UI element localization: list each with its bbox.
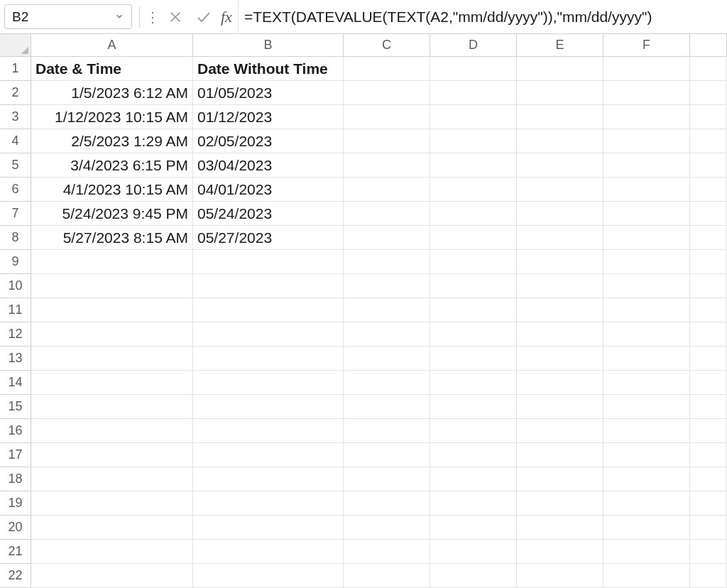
cell-B3[interactable]: 01/12/2023 [193,105,344,129]
cell-G4[interactable] [690,129,727,153]
cell-A21[interactable] [31,540,193,564]
cell-C4[interactable] [344,129,430,153]
cell-B18[interactable] [193,467,344,491]
cell-D12[interactable] [430,322,517,347]
cell-G2[interactable] [690,81,727,105]
column-header-F[interactable]: F [603,34,690,57]
cell-E12[interactable] [517,322,603,347]
fx-label[interactable]: fx [218,0,238,33]
cell-C18[interactable] [344,467,430,491]
cell-D3[interactable] [430,105,517,129]
cell-D21[interactable] [430,540,517,564]
cell-E10[interactable] [517,274,603,298]
select-all-corner[interactable] [0,34,31,57]
row-header[interactable]: 14 [0,371,31,395]
cell-D14[interactable] [430,371,517,395]
cell-C8[interactable] [344,226,430,250]
row-header[interactable]: 19 [0,491,31,516]
cell-E20[interactable] [517,516,603,540]
cell-A17[interactable] [31,443,193,467]
chevron-down-icon[interactable] [114,9,124,25]
cell-E3[interactable] [517,105,603,129]
cell-B22[interactable] [193,564,344,588]
cell-B2[interactable]: 01/05/2023 [193,81,344,105]
cell-C5[interactable] [344,153,430,178]
cell-B15[interactable] [193,395,344,419]
cell-E18[interactable] [517,467,603,491]
cell-D20[interactable] [430,516,517,540]
cell-E6[interactable] [517,178,603,202]
cell-C1[interactable] [344,57,430,81]
cell-A5[interactable]: 3/4/2023 6:15 PM [31,153,193,178]
cell-D17[interactable] [430,443,517,467]
row-header[interactable]: 22 [0,564,31,588]
row-header[interactable]: 7 [0,202,31,226]
cell-B16[interactable] [193,419,344,443]
cell-D16[interactable] [430,419,517,443]
cell-G13[interactable] [690,347,727,371]
cell-D9[interactable] [430,250,517,274]
cell-B8[interactable]: 05/27/2023 [193,226,344,250]
cell-B17[interactable] [193,443,344,467]
row-header[interactable]: 4 [0,129,31,153]
cell-F2[interactable] [603,81,690,105]
cell-D4[interactable] [430,129,517,153]
cell-D11[interactable] [430,298,517,322]
cell-A10[interactable] [31,274,193,298]
cell-C14[interactable] [344,371,430,395]
cell-G18[interactable] [690,467,727,491]
cell-F1[interactable] [603,57,690,81]
cell-F5[interactable] [603,153,690,178]
cell-C15[interactable] [344,395,430,419]
cell-A14[interactable] [31,371,193,395]
cell-D6[interactable] [430,178,517,202]
cell-A18[interactable] [31,467,193,491]
cell-C2[interactable] [344,81,430,105]
cell-A1[interactable]: Date & Time [31,57,193,81]
cell-F15[interactable] [603,395,690,419]
cell-G15[interactable] [690,395,727,419]
cell-E7[interactable] [517,202,603,226]
column-header-D[interactable]: D [430,34,517,57]
cell-D18[interactable] [430,467,517,491]
cell-E2[interactable] [517,81,603,105]
cell-F8[interactable] [603,226,690,250]
cell-F9[interactable] [603,250,690,274]
cell-G9[interactable] [690,250,727,274]
cell-D7[interactable] [430,202,517,226]
cell-G8[interactable] [690,226,727,250]
cell-E22[interactable] [517,564,603,588]
cell-D2[interactable] [430,81,517,105]
cell-G12[interactable] [690,322,727,347]
row-header[interactable]: 18 [0,467,31,491]
cell-D13[interactable] [430,347,517,371]
cell-B5[interactable]: 03/04/2023 [193,153,344,178]
cell-C21[interactable] [344,540,430,564]
column-header-E[interactable]: E [517,34,603,57]
cell-G21[interactable] [690,540,727,564]
cell-F7[interactable] [603,202,690,226]
cell-F13[interactable] [603,347,690,371]
cell-F16[interactable] [603,419,690,443]
cell-A16[interactable] [31,419,193,443]
cell-G5[interactable] [690,153,727,178]
confirm-formula-button[interactable] [190,0,218,33]
row-header[interactable]: 13 [0,347,31,371]
cell-G10[interactable] [690,274,727,298]
cell-B4[interactable]: 02/05/2023 [193,129,344,153]
formula-input[interactable]: =TEXT(DATEVALUE(TEXT(A2,"mm/dd/yyyy")),"… [238,0,727,33]
row-header[interactable]: 6 [0,178,31,202]
cell-D1[interactable] [430,57,517,81]
cell-A20[interactable] [31,516,193,540]
cell-C7[interactable] [344,202,430,226]
cell-E17[interactable] [517,443,603,467]
cell-G1[interactable] [690,57,727,81]
cell-A22[interactable] [31,564,193,588]
cell-A19[interactable] [31,491,193,516]
cell-E11[interactable] [517,298,603,322]
cell-F12[interactable] [603,322,690,347]
cell-A8[interactable]: 5/27/2023 8:15 AM [31,226,193,250]
cell-C16[interactable] [344,419,430,443]
cell-F11[interactable] [603,298,690,322]
row-header[interactable]: 8 [0,226,31,250]
